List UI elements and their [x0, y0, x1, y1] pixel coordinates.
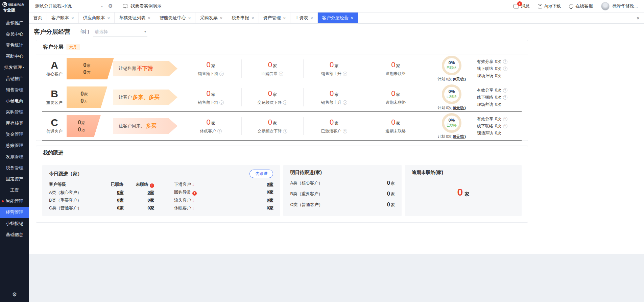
sidebar-item-funds-mgmt[interactable]: 资金管理 — [0, 129, 29, 140]
online-service-button[interactable]: 在线客服 — [569, 3, 593, 9]
help-icon[interactable]: ? — [279, 72, 283, 76]
company-selector[interactable]: 测试分开流程-小况 ▾ — [35, 3, 103, 9]
plan-link[interactable]: (0天/次) — [453, 106, 466, 110]
help-icon[interactable]: ? — [503, 124, 507, 128]
close-icon[interactable]: × — [283, 16, 286, 20]
tab-purchase-invoice[interactable]: 采购发票× — [195, 12, 227, 23]
close-icon[interactable]: × — [310, 16, 313, 20]
today-table: 客户等级 已联络 未联络! A类（核心客户） 0家 0家 B类（重要客户） 0家… — [49, 182, 156, 211]
tab-draft-vouchers[interactable]: 草稿凭证列表× — [115, 12, 155, 23]
help-icon[interactable]: ? — [503, 95, 507, 100]
sidebar-item-purchase-mgmt[interactable]: 采购管理 — [0, 106, 29, 118]
contact-progress: 0% 已联络 计划 0次 (0天/次) — [426, 113, 477, 139]
tab-customer-ledger[interactable]: 客户账本× — [47, 12, 79, 23]
uncontacted-count-link[interactable]: 0家 — [148, 198, 154, 203]
sidebar-item-label: 基础信息 — [6, 232, 23, 237]
help-icon[interactable]: ? — [219, 72, 224, 76]
uncontacted-count-link[interactable]: 0家 — [148, 190, 154, 195]
alert-count-link[interactable]: 0家 — [267, 198, 273, 203]
sidebar-item-general-ledger[interactable]: 总账管理 — [0, 140, 29, 151]
department-select[interactable]: 请选择 ▾ — [93, 27, 147, 36]
sidebar-item-operation-mgmt[interactable]: 经营管理 — [0, 207, 29, 218]
alert-count-link[interactable]: 0家 — [267, 206, 273, 210]
customer-level: B类（重要客户） — [49, 198, 95, 203]
user-menu[interactable]: 徐泽华修改... — [601, 2, 638, 10]
help-icon[interactable]: ? — [503, 59, 507, 64]
go-follow-button[interactable]: 去跟进 — [249, 170, 273, 178]
plan-link[interactable]: (0天/次) — [453, 77, 466, 81]
sidebar-item-sales-mgmt[interactable]: 销售管理 — [0, 84, 29, 95]
app-download-button[interactable]: App下载 — [538, 3, 561, 9]
tomorrow-followup-panel: 明日待跟进(家) A类（核心客户） 0家 B类（重要客户） 0家 C类（普通客户… — [283, 165, 401, 216]
uncontacted-count-link[interactable]: 0家 — [148, 206, 154, 210]
tab-tax-filing[interactable]: 税务申报× — [227, 12, 259, 23]
tier-name: 重要客户 — [42, 100, 67, 106]
help-icon[interactable]: ? — [343, 72, 347, 76]
sidebar-item-payroll[interactable]: 工资 — [0, 184, 29, 196]
divider — [165, 182, 165, 211]
sidebar-item-wholesale-mgmt[interactable]: 批发管理▲ — [0, 62, 29, 73]
tab-smart-voucher-center[interactable]: 智能凭证中心× — [155, 12, 196, 23]
help-icon[interactable]: ? — [217, 129, 222, 133]
sidebar-item-invoice-mgmt[interactable]: 发票管理 — [0, 151, 29, 162]
tab-label: 资产管理 — [263, 15, 281, 21]
close-icon[interactable]: × — [252, 16, 254, 20]
help-icon[interactable]: ? — [343, 100, 347, 105]
close-icon[interactable]: × — [148, 16, 150, 20]
close-icon[interactable]: × — [220, 16, 222, 20]
close-icon[interactable]: × — [71, 16, 74, 20]
side-stat-label: 有效分享 — [477, 116, 493, 123]
help-icon[interactable]: ? — [503, 88, 507, 93]
contacted-count-link[interactable]: 0家 — [117, 190, 123, 195]
contacted-count-link[interactable]: 0家 — [117, 206, 123, 210]
help-icon[interactable]: ? — [503, 67, 507, 71]
help-icon[interactable]: ? — [219, 100, 224, 105]
sidebar-item-xiaochang-expense[interactable]: 小畅报销 — [0, 218, 29, 229]
stat-value: 0 — [391, 89, 395, 98]
tab-asset-mgmt[interactable]: 资产管理× — [259, 12, 291, 23]
demo-link[interactable]: 我要看实例演示 — [123, 3, 161, 9]
sidebar-item-help-center[interactable]: 帮助中心 — [0, 51, 29, 62]
help-icon[interactable]: ? — [343, 129, 347, 133]
sidebar-item-label: 智能管理 — [6, 199, 23, 204]
slogan-arrow: 让销售额 不下滑 — [113, 61, 177, 76]
close-icon[interactable]: × — [351, 16, 354, 20]
close-icon[interactable]: × — [188, 16, 191, 20]
plan-link[interactable]: (0天/次) — [453, 134, 466, 139]
tab-supplier-ledger[interactable]: 供应商账本× — [79, 12, 115, 23]
sidebar: 畅捷通好业财 专业版 营销推广 会员中心 零售统计 帮助中心 批发管理▲ 营销推… — [0, 0, 29, 302]
sidebar-item-marketing-promo[interactable]: 营销推广 — [0, 17, 29, 28]
sidebar-item-label: 小畅电商 — [6, 98, 23, 103]
sidebar-item-fixed-assets[interactable]: 固定资产 — [0, 173, 29, 184]
sidebar-item-xiaochang-ecommerce[interactable]: 小畅电商 — [0, 95, 29, 106]
tab-label: 客户分层经营 — [322, 15, 349, 21]
settings-gear-icon[interactable]: ⚙ — [108, 3, 113, 9]
stat-label: 逾期未联络 — [385, 128, 406, 134]
tab-customer-segmentation[interactable]: 客户分层经营× — [318, 12, 358, 23]
tab-home[interactable]: 首页 — [29, 12, 47, 23]
sidebar-settings-button[interactable]: ⚙ — [0, 286, 29, 302]
side-stat-value: 0次 — [495, 87, 501, 94]
stat-label: 回购异常 — [261, 71, 278, 77]
contacted-count-link[interactable]: 0家 — [117, 198, 123, 203]
help-icon[interactable]: ? — [283, 100, 287, 105]
sidebar-item-label: 总账管理 — [6, 143, 23, 148]
help-icon[interactable]: ? — [503, 117, 507, 121]
sidebar-item-smart-mgmt[interactable]: 智能管理 — [0, 196, 29, 207]
sidebar-item-retail-stats[interactable]: 零售统计 — [0, 40, 29, 51]
alert-count-link[interactable]: 0家 — [267, 190, 273, 195]
sidebar-item-basic-info[interactable]: 基础信息 — [0, 229, 29, 240]
tab-payroll-sheet[interactable]: 工资表× — [290, 12, 318, 23]
contact-ring: 0% 已联络 — [442, 84, 461, 104]
ring-percent: 0% — [449, 89, 455, 94]
close-icon[interactable]: × — [108, 16, 110, 20]
close-all-tabs-button[interactable]: × — [632, 12, 644, 23]
alert-count-link[interactable]: 0家 — [267, 182, 273, 187]
help-icon[interactable]: ? — [283, 129, 287, 133]
stat-unit: 家 — [396, 121, 400, 126]
messages-button[interactable]: 8 消息 — [514, 3, 530, 9]
sidebar-item-inventory-accounting[interactable]: 库存核算 — [0, 118, 29, 129]
sidebar-item-member-center[interactable]: 会员中心 — [0, 28, 29, 40]
sidebar-item-marketing-promo-2[interactable]: 营销推广 — [0, 73, 29, 84]
sidebar-item-tax-mgmt[interactable]: 税务管理 — [0, 162, 29, 173]
